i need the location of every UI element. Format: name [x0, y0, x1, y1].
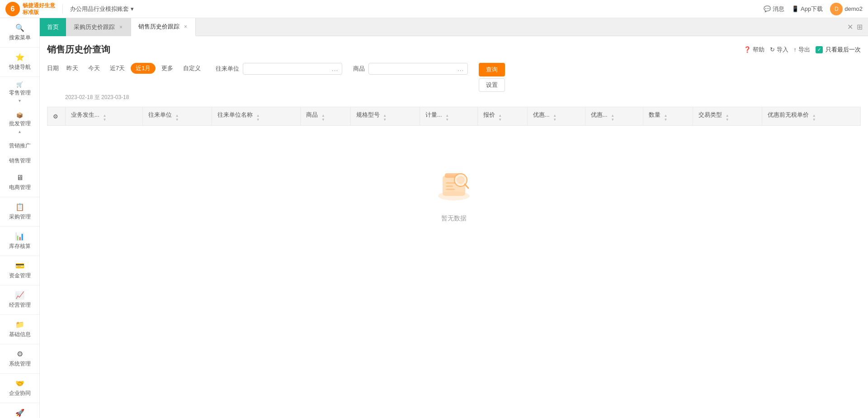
- basic-info-icon: 📁: [15, 320, 24, 329]
- sidebar-item-basic-info[interactable]: 📁 基础信息: [0, 315, 39, 344]
- sort-arrows: ▲ ▼: [611, 114, 614, 122]
- col-quantity[interactable]: 数量 ▲ ▼: [643, 107, 693, 126]
- logo-text: 畅捷通好生意 标准版: [23, 2, 55, 15]
- sidebar-item-inventory[interactable]: 📊 库存核算: [0, 227, 39, 256]
- sidebar: 🔍 搜索菜单 ⭐ 快捷导航 🛒 零售管理 ▾ 📦 批发管理 ▴ 营销推广 销售管…: [0, 18, 40, 418]
- import-button[interactable]: ↻ 导入: [770, 46, 788, 54]
- svg-line-5: [465, 184, 468, 188]
- svg-rect-6: [446, 182, 456, 184]
- close-window-button[interactable]: ✕: [847, 23, 853, 31]
- topbar-divider: [62, 5, 63, 14]
- app-download-button[interactable]: 📱 App下载: [792, 5, 823, 13]
- date-1month-btn[interactable]: 近1月: [131, 63, 156, 74]
- sidebar-item-retail-mgmt[interactable]: 🛒 零售管理 ▾: [0, 77, 39, 108]
- sidebar-item-enterprise-coop[interactable]: 🤝 企业协同: [0, 374, 39, 403]
- inventory-icon: 📊: [15, 232, 24, 241]
- message-button[interactable]: 💬 消息: [764, 5, 784, 13]
- sidebar-item-purchase-mgmt[interactable]: 📋 采购管理: [0, 197, 39, 227]
- table-header: ⚙ 业务发生... ▲ ▼ 往来单位 ▲: [47, 107, 861, 126]
- sidebar-item-wholesale-mgmt[interactable]: 📦 批发管理 ▴: [0, 108, 39, 138]
- col-biz-date[interactable]: 业务发生... ▲ ▼: [66, 107, 143, 126]
- tab-purchase-history[interactable]: 采购历史价跟踪 ×: [66, 18, 131, 36]
- goods-filter: 商品 ...: [353, 63, 468, 75]
- sidebar-item-marketing[interactable]: 营销推广: [0, 138, 39, 153]
- sort-arrows: ▲ ▼: [553, 114, 557, 122]
- sidebar-item-operation-mgmt[interactable]: 📈 经营管理: [0, 285, 39, 315]
- sidebar-item-system-mgmt[interactable]: ⚙ 系统管理: [0, 344, 39, 374]
- col-discount2[interactable]: 优惠... ▲ ▼: [585, 107, 643, 126]
- sidebar-item-sales-mgmt[interactable]: 销售管理: [0, 153, 39, 168]
- tab-home[interactable]: 首页: [40, 18, 66, 36]
- operation-icon: 📈: [15, 291, 24, 299]
- svg-rect-8: [446, 189, 455, 190]
- sidebar-item-search-menu[interactable]: 🔍 搜索菜单: [0, 18, 39, 48]
- empty-icon: [431, 162, 476, 207]
- col-pre-tax-price[interactable]: 优惠前无税单价 ▲ ▼: [762, 107, 861, 126]
- purchase-icon: 📋: [15, 203, 24, 211]
- date-today-btn[interactable]: 今天: [84, 63, 104, 74]
- col-trade-type[interactable]: 交易类型 ▲ ▼: [693, 107, 762, 126]
- main-layout: 🔍 搜索菜单 ⭐ 快捷导航 🛒 零售管理 ▾ 📦 批发管理 ▴ 营销推广 销售管…: [0, 18, 868, 418]
- col-unit[interactable]: 计量... ▲ ▼: [420, 107, 477, 126]
- col-settings[interactable]: ⚙: [47, 107, 66, 126]
- date-shortcuts: 昨天 今天 近7天 近1月 更多 自定义: [62, 63, 205, 74]
- sidebar-item-finance-mgmt[interactable]: 💳 资金管理: [0, 256, 39, 285]
- message-icon: 💬: [764, 5, 771, 12]
- logo-area: 6 畅捷通好生意 标准版: [5, 2, 55, 16]
- only-latest-checkbox[interactable]: ✓: [816, 46, 823, 53]
- date-more-btn[interactable]: 更多: [157, 63, 177, 74]
- sidebar-item-ecom-mgmt[interactable]: 🖥 电商管理: [0, 168, 39, 197]
- date-filter: 日期 昨天 今天 近7天 近1月 更多 自定义: [47, 63, 205, 74]
- goods-input[interactable]: ...: [368, 63, 468, 75]
- chevron-down-icon: ▾: [131, 5, 134, 12]
- partner-input[interactable]: ...: [243, 63, 342, 75]
- col-discount1[interactable]: 优惠... ▲ ▼: [527, 107, 585, 126]
- tab-close-purchase-history[interactable]: ×: [118, 23, 123, 31]
- col-partner-code[interactable]: 往来单位 ▲ ▼: [143, 107, 212, 126]
- export-button[interactable]: ↑ 导出: [794, 46, 811, 54]
- help-button[interactable]: ❓ 帮助: [744, 46, 764, 54]
- avatar: D: [830, 3, 843, 15]
- sort-arrows: ▲ ▼: [175, 114, 179, 122]
- col-goods[interactable]: 商品 ▲ ▼: [301, 107, 350, 126]
- settings-icon[interactable]: ⚙: [53, 113, 58, 120]
- wholesale-icon: 📦: [16, 112, 23, 119]
- query-button[interactable]: 查询: [479, 63, 505, 76]
- logo-icon: 6: [5, 2, 20, 16]
- star-icon: ⭐: [15, 53, 24, 62]
- tab-close-sales-history[interactable]: ×: [183, 23, 188, 31]
- sort-arrows: ▲ ▼: [445, 114, 449, 122]
- finance-icon: 💳: [15, 261, 24, 270]
- goods-search-icon: ...: [458, 65, 464, 72]
- col-partner-name[interactable]: 往来单位名称 ▲ ▼: [212, 107, 301, 126]
- retail-icon: 🛒: [16, 81, 23, 88]
- sort-arrows: ▲ ▼: [383, 114, 387, 122]
- import-icon: ↻: [770, 46, 775, 53]
- date-range-display: 2023-02-18 至 2023-03-18: [65, 94, 129, 100]
- data-table: ⚙ 业务发生... ▲ ▼ 往来单位 ▲: [47, 107, 861, 126]
- date-custom-btn[interactable]: 自定义: [179, 63, 205, 74]
- only-latest-toggle[interactable]: ✓ 只看最后一次: [816, 46, 861, 54]
- tab-sales-history[interactable]: 销售历史价跟踪 ×: [131, 18, 196, 36]
- partner-filter: 往来单位 ...: [216, 63, 342, 75]
- sidebar-item-new-guide[interactable]: 🚀 新手引导: [0, 403, 39, 418]
- col-quote[interactable]: 报价 ▲ ▼: [477, 107, 527, 126]
- guide-icon: 🚀: [15, 408, 24, 417]
- topbar-left: 6 畅捷通好生意 标准版 办公用品行业模拟账套 ▾: [5, 2, 134, 16]
- tab-bar-actions: ✕ ⊞: [847, 23, 868, 31]
- app-selector[interactable]: 办公用品行业模拟账套 ▾: [70, 5, 134, 13]
- svg-point-4: [457, 176, 465, 184]
- sidebar-item-quick-nav[interactable]: ⭐ 快捷导航: [0, 48, 39, 77]
- settings-button[interactable]: 设置: [479, 78, 505, 92]
- date-7days-btn[interactable]: 近7天: [106, 63, 129, 74]
- date-yesterday-btn[interactable]: 昨天: [62, 63, 82, 74]
- sort-arrows: ▲ ▼: [664, 114, 668, 122]
- page-title: 销售历史价查询: [47, 43, 110, 56]
- sort-arrows: ▲ ▼: [256, 114, 260, 122]
- maximize-button[interactable]: ⊞: [857, 23, 863, 31]
- topbar-right: 💬 消息 📱 App下载 D demo2: [764, 3, 863, 15]
- user-menu[interactable]: D demo2: [830, 3, 863, 15]
- sort-arrows: ▲ ▼: [812, 114, 816, 122]
- col-spec[interactable]: 规格型号 ▲ ▼: [350, 107, 420, 126]
- sort-arrows: ▲ ▼: [498, 114, 502, 122]
